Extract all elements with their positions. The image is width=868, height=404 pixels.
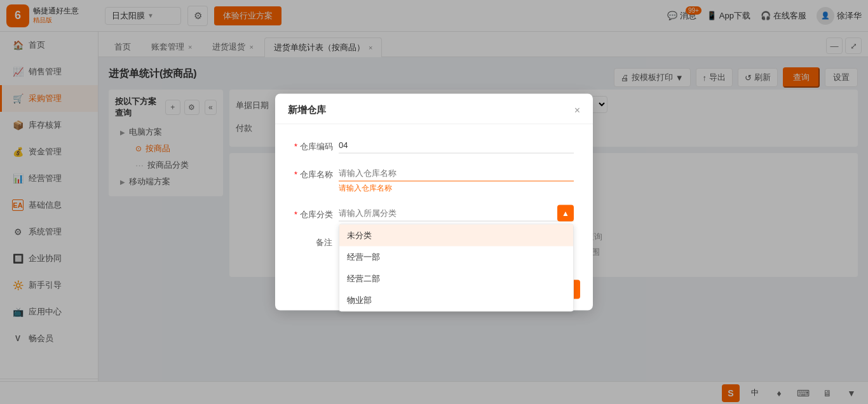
add-warehouse-modal: 新增仓库 × 仓库编码 仓库名称 请输入仓库名称 仓库分类 ▲ — [275, 94, 593, 311]
notes-label: 备注 — [294, 233, 339, 248]
modal-title: 新增仓库 — [288, 104, 326, 116]
code-input[interactable] — [339, 137, 574, 154]
modal-name-row: 仓库名称 请输入仓库名称 — [294, 165, 574, 194]
name-input[interactable] — [339, 165, 574, 182]
name-field: 请输入仓库名称 — [339, 165, 574, 194]
modal-category-row: 仓库分类 ▲ 未分类 经营一部 经营二部 物业部 — [294, 205, 574, 222]
dropdown-item-dept2[interactable]: 经营二部 — [339, 268, 573, 290]
name-error-msg: 请输入仓库名称 — [339, 183, 574, 194]
code-field — [339, 137, 574, 154]
modal-header: 新增仓库 × — [275, 94, 593, 125]
category-field: ▲ 未分类 经营一部 经营二部 物业部 — [339, 205, 574, 222]
modal-close-button[interactable]: × — [574, 104, 580, 116]
dropdown-item-property[interactable]: 物业部 — [339, 290, 573, 311]
dropdown-item-uncategorized[interactable]: 未分类 — [339, 225, 573, 246]
modal-code-row: 仓库编码 — [294, 137, 574, 154]
code-label: 仓库编码 — [294, 137, 339, 152]
category-toggle-button[interactable]: ▲ — [557, 205, 574, 222]
dropdown-item-dept1[interactable]: 经营一部 — [339, 246, 573, 268]
name-label: 仓库名称 — [294, 165, 339, 180]
category-input-wrap: ▲ — [339, 205, 574, 222]
category-dropdown: 未分类 经营一部 经营二部 物业部 — [339, 224, 574, 312]
modal-body: 仓库编码 仓库名称 请输入仓库名称 仓库分类 ▲ 未分类 — [275, 125, 593, 274]
category-label: 仓库分类 — [294, 205, 339, 220]
category-input[interactable] — [339, 205, 574, 222]
